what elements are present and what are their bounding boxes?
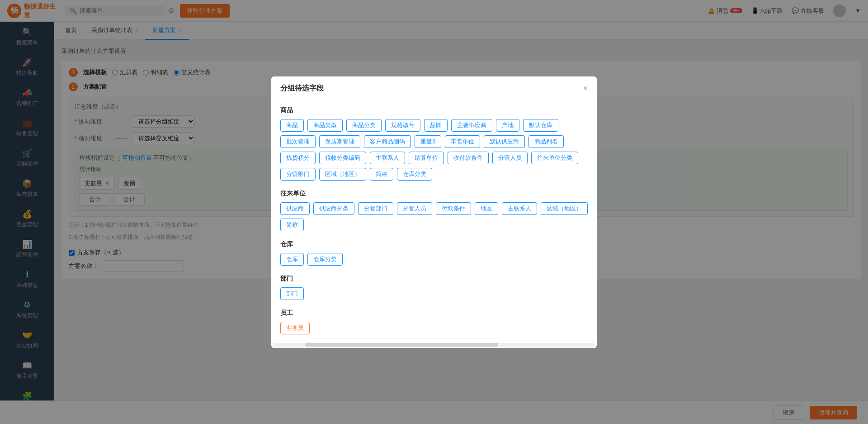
field-tag-重量3[interactable]: 重量3: [415, 135, 441, 148]
field-tag-往来单位分类[interactable]: 往来单位分类: [531, 152, 578, 164]
modal-body: 商品商品商品类型商品分类规格型号品牌主要供应商产地默认仓库批次管理保质期管理客户…: [271, 99, 597, 342]
field-grid-仓库: 仓库仓库分类: [280, 253, 588, 266]
modal-overlay: 分组待选字段 × 商品商品商品类型商品分类规格型号品牌主要供应商产地默认仓库批次…: [0, 0, 868, 424]
field-grid-商品: 商品商品类型商品分类规格型号品牌主要供应商产地默认仓库批次管理保质期管理客户商品…: [280, 119, 588, 181]
modal-section-往来单位: 往来单位供应商供应商分类分管部门分管人员付款条件地区主联系人区域（地区）简称: [280, 190, 588, 231]
field-tag-批次管理[interactable]: 批次管理: [280, 135, 316, 148]
field-tag-默认仓库[interactable]: 默认仓库: [523, 119, 558, 132]
field-tag-商品别名[interactable]: 商品别名: [528, 135, 564, 148]
modal-section-部门: 部门部门: [280, 275, 588, 300]
field-tag-主要供应商[interactable]: 主要供应商: [451, 119, 492, 132]
field-tag-区域（地区）[interactable]: 区域（地区）: [541, 202, 588, 215]
field-tag-付款条件[interactable]: 付款条件: [436, 202, 471, 215]
modal-scroll-bottom: [271, 342, 597, 348]
field-tag-简称[interactable]: 简称: [370, 168, 393, 181]
field-tag-保质期管理[interactable]: 保质期管理: [319, 135, 360, 148]
field-tag-主联系人[interactable]: 主联系人: [502, 202, 537, 215]
field-tag-商品类型[interactable]: 商品类型: [307, 119, 343, 132]
modal-section-商品: 商品商品商品类型商品分类规格型号品牌主要供应商产地默认仓库批次管理保质期管理客户…: [280, 106, 588, 181]
field-grid-部门: 部门: [280, 287, 588, 300]
field-tag-简称[interactable]: 简称: [280, 219, 304, 231]
field-tag-结算单位[interactable]: 结算单位: [409, 152, 444, 164]
field-grid-往来单位: 供应商供应商分类分管部门分管人员付款条件地区主联系人区域（地区）简称: [280, 202, 588, 231]
field-tag-仓库分类[interactable]: 仓库分类: [397, 168, 432, 181]
field-tag-拣货积分[interactable]: 拣货积分: [280, 152, 316, 164]
field-tag-分管人员[interactable]: 分管人员: [397, 202, 432, 215]
section-title-往来单位: 往来单位: [280, 190, 588, 198]
field-tag-供应商分类[interactable]: 供应商分类: [313, 202, 354, 215]
field-tag-品牌[interactable]: 品牌: [424, 119, 448, 132]
field-tag-业务员[interactable]: 业务员: [280, 322, 310, 334]
field-tag-分管人员[interactable]: 分管人员: [492, 152, 528, 164]
field-tag-供应商[interactable]: 供应商: [280, 202, 310, 215]
field-tag-主联系人[interactable]: 主联系人: [370, 152, 405, 164]
field-tag-客户商品编码[interactable]: 客户商品编码: [364, 135, 411, 148]
field-tag-分管部门[interactable]: 分管部门: [280, 168, 316, 181]
field-tag-收付款条件[interactable]: 收付款条件: [448, 152, 489, 164]
field-tag-分管部门[interactable]: 分管部门: [358, 202, 393, 215]
section-title-仓库: 仓库: [280, 240, 588, 248]
field-grid-员工: 业务员: [280, 322, 588, 334]
field-tag-产地[interactable]: 产地: [496, 119, 519, 132]
field-tag-默认供应商[interactable]: 默认供应商: [484, 135, 525, 148]
modal-dialog: 分组待选字段 × 商品商品商品类型商品分类规格型号品牌主要供应商产地默认仓库批次…: [271, 76, 597, 348]
modal-header: 分组待选字段 ×: [271, 76, 597, 99]
field-tag-区域（地区）[interactable]: 区域（地区）: [319, 168, 366, 181]
modal-section-员工: 员工业务员: [280, 309, 588, 334]
field-tag-商品分类[interactable]: 商品分类: [346, 119, 382, 132]
field-tag-地区[interactable]: 地区: [475, 202, 498, 215]
field-tag-仓库分类[interactable]: 仓库分类: [307, 253, 343, 266]
field-tag-税收分类编码[interactable]: 税收分类编码: [319, 152, 366, 164]
section-title-部门: 部门: [280, 275, 588, 283]
modal-close-button[interactable]: ×: [583, 84, 588, 93]
modal-section-仓库: 仓库仓库仓库分类: [280, 240, 588, 266]
modal-title: 分组待选字段: [280, 84, 324, 93]
section-title-员工: 员工: [280, 309, 588, 317]
field-tag-部门[interactable]: 部门: [280, 287, 304, 300]
field-tag-零售单位[interactable]: 零售单位: [445, 135, 480, 148]
field-tag-仓库[interactable]: 仓库: [280, 253, 304, 266]
field-tag-商品[interactable]: 商品: [280, 119, 304, 132]
section-title-商品: 商品: [280, 106, 588, 114]
field-tag-规格型号[interactable]: 规格型号: [385, 119, 420, 132]
